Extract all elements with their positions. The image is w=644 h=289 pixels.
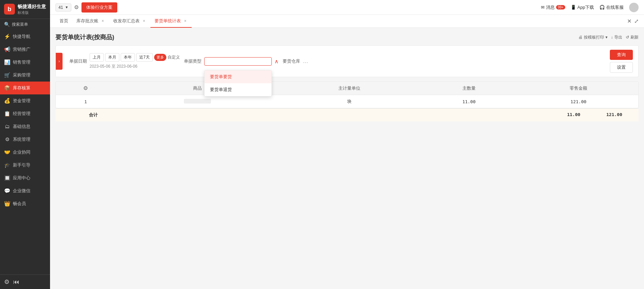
row-no: 1 [56,95,116,108]
sidebar-item-purchase[interactable]: 🛒 采购管理 [0,69,50,82]
date-range-text: 2023-05-06 至 2023-06-06 [90,64,180,69]
message-btn[interactable]: ✉ 消息 99+ [541,4,565,10]
system-icon: ⚙ [4,136,10,142]
tab-close-inventory-batch[interactable]: × [100,19,105,23]
last-7-days-btn[interactable]: 近7天 [136,53,153,62]
warehouse-filter-group: 要货仓库 … [283,58,308,64]
table-row: 1 块 11.00 121.00 [56,95,638,108]
type-clear-icon[interactable]: ∧ [275,58,279,65]
type-filter-group: 单据类型 要货单要货 要货单退货 ∧ [184,57,279,66]
sidebar-item-finance[interactable]: 💰 资金管理 [0,94,50,107]
sidebar-item-basic[interactable]: 🗂 基础信息 [0,120,50,133]
sidebar-item-marketing[interactable]: 📢 营销推广 [0,43,50,56]
sidebar-item-app-center[interactable]: 🔲 应用中心 [0,172,50,184]
sidebar-item-quick-nav[interactable]: ⚡ 快捷导航 [0,30,50,43]
date-label: 单据日期 [69,58,87,64]
table-header-row: ⚙ 商品 主计量单位 主数量 零售金额 [56,82,638,95]
footer-quantity: 11.00 [553,112,594,118]
page-actions: 🖨 按模板打印 ▾ ↓ 导出 ↺ 刷新 [578,35,639,40]
sidebar-item-member[interactable]: 👑 畅会员 [0,197,50,210]
tab-close-order-summary[interactable]: × [183,19,188,23]
online-service-btn[interactable]: 🎧 在线客服 [599,4,624,10]
print-chevron-icon: ▾ [605,35,607,40]
basic-icon: 🗂 [4,124,10,129]
headset-icon: 🎧 [599,5,605,10]
last-month-btn[interactable]: 上月 [90,53,104,62]
sidebar-item-operations[interactable]: 📋 经营管理 [0,107,50,120]
industry-btn[interactable]: 体验行业方案 [81,2,117,13]
footer-settings-icon[interactable]: ⚙ [4,278,9,286]
topbar-left: 41 ▼ ⚙ 体验行业方案 [55,2,117,13]
tabs-bar: 首页 库存批次账 × 收发存汇总表 × 要货单统计表 × ✕ ⤢ [50,15,644,28]
sidebar-item-inventory[interactable]: 📦 库存核算 [0,82,50,94]
sidebar-footer: ⚙ ⏮ [0,274,50,289]
finance-icon: 💰 [4,98,10,104]
query-btn[interactable]: 查询 [610,50,633,60]
close-all-tabs-btn[interactable]: ✕ [627,18,631,24]
tab-close-receivable-summary[interactable]: × [142,19,146,23]
sidebar-collapse-btn[interactable]: ⏮ [13,279,20,285]
tab-inventory-batch[interactable]: 库存批次账 × [72,15,109,28]
this-year-btn[interactable]: 本年 [121,53,135,62]
print-template-btn[interactable]: 🖨 按模板打印 ▾ [578,35,607,40]
dropdown-item-order-goods[interactable]: 要货单要货 [205,70,271,83]
filter-area: › 单据日期 上月 本月 本年 近7天 更多 自定义 2023- [55,45,639,77]
tab-home[interactable]: 首页 [55,15,72,28]
footer-amount: 121.00 [594,112,635,118]
sidebar-item-enterprise[interactable]: 🤝 企业协同 [0,146,50,159]
topbar-right: ✉ 消息 99+ 📱 App下载 🎧 在线客服 Rit [541,3,639,12]
type-input[interactable] [204,57,272,66]
col-unit: 主计量单位 [279,82,419,95]
dropdown-chevron-icon: ▼ [65,5,68,9]
sidebar-item-sales[interactable]: 📊 销售管理 [0,56,50,69]
row-product [116,95,279,108]
guide-icon: 🎓 [4,162,10,168]
main-area: 41 ▼ ⚙ 体验行业方案 ✉ 消息 99+ 📱 App下载 🎧 在线客服 Ri… [50,0,644,289]
custom-date-btn[interactable]: 自定义 [168,54,180,60]
marketing-icon: 📢 [4,46,10,52]
enterprise-icon: 🤝 [4,149,10,155]
search-icon: 🔍 [4,22,10,27]
table-container: ⚙ 商品 主计量单位 主数量 零售金额 1 块 [55,81,639,108]
topbar-branch-dropdown[interactable]: 41 ▼ [55,3,71,12]
app-download-btn[interactable]: 📱 App下载 [571,4,594,10]
table-settings-icon[interactable]: ⚙ [83,85,88,91]
topbar: 41 ▼ ⚙ 体验行业方案 ✉ 消息 99+ 📱 App下载 🎧 在线客服 Ri… [50,0,644,15]
expand-window-btn[interactable]: ⤢ [634,18,639,24]
sidebar-item-guide[interactable]: 🎓 新手引导 [0,159,50,172]
user-avatar[interactable]: Rit [629,3,639,12]
type-dropdown: 要货单要货 要货单退货 [204,70,272,96]
warehouse-label: 要货仓库 [283,58,300,64]
purchase-icon: 🛒 [4,72,10,78]
phone-icon: 📱 [571,5,576,10]
date-quick-btns: 上月 本月 本年 近7天 更多 自定义 [90,53,180,62]
brand-icon: b [4,4,15,15]
dropdown-item-order-return[interactable]: 要货单退货 [205,83,271,96]
tab-order-summary[interactable]: 要货单统计表 × [150,15,192,28]
quick-nav-icon: ⚡ [4,34,10,40]
page-title: 要货单统计表(按商品) [55,33,114,41]
more-dates-btn[interactable]: 更多 [154,54,166,61]
export-btn[interactable]: ↓ 导出 [611,35,622,40]
footer-label: 合计 [59,112,127,118]
message-icon: ✉ [541,5,545,10]
warehouse-more-icon[interactable]: … [303,58,308,64]
sidebar-item-wechat[interactable]: 💬 企业微信 [0,184,50,197]
type-input-wrapper: 要货单要货 要货单退货 [204,57,272,66]
refresh-btn[interactable]: ↺ 刷新 [626,35,639,40]
topbar-gear-icon[interactable]: ⚙ [74,4,79,10]
refresh-icon: ↺ [626,35,629,40]
settings-btn[interactable]: 设置 [610,62,633,73]
filter-expand-btn[interactable]: › [56,53,63,70]
tab-receivable-summary[interactable]: 收发存汇总表 × [109,15,150,28]
sidebar-item-system[interactable]: ⚙ 系统管理 [0,133,50,146]
product-placeholder [184,99,211,104]
row-quantity: 11.00 [419,95,519,108]
message-badge: 99+ [556,5,565,9]
table-footer: 合计 11.00 121.00 [55,108,639,121]
inventory-icon: 📦 [4,85,10,91]
this-month-btn[interactable]: 本月 [105,53,119,62]
sidebar-logo: b 畅捷通好生意 标准版 [0,0,50,19]
wechat-icon: 💬 [4,188,10,194]
sidebar-search[interactable]: 🔍 搜索菜单 [0,19,50,30]
